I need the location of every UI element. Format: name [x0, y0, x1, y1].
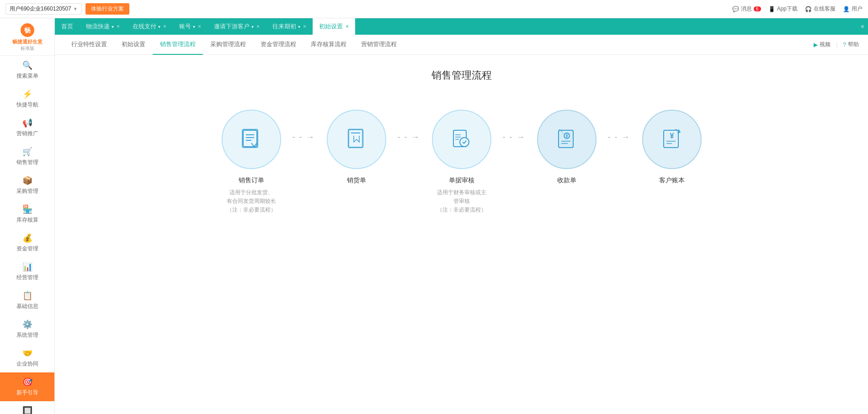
- nav-tabs-bar: 首页 物流快递 ▾ × 在线支付 ▾ × 账号 ▾ × 邀请下游客户 ▾ ×: [55, 18, 868, 35]
- sidebar-item-newguide[interactable]: 🎯 新手引导: [0, 372, 54, 401]
- nav-tab-logistics[interactable]: 物流快递 ▾ ×: [80, 18, 126, 35]
- flow-circle-audit[interactable]: [432, 110, 491, 169]
- marketing-icon: 📢: [22, 118, 32, 128]
- main-layout: 畅 畅捷通好生意 标准版 🔍 搜索菜单 ⚡ 快捷导航 📢 营销推广 🛒 销售管理…: [0, 18, 868, 414]
- video-label: 视频: [820, 41, 831, 48]
- downstream-close-icon[interactable]: ×: [256, 23, 260, 30]
- flow-circle-customer-ledger[interactable]: ¥: [642, 110, 702, 169]
- sidebar-item-purchase[interactable]: 📦 采购管理: [0, 171, 54, 200]
- nav-tab-home[interactable]: 首页: [55, 18, 80, 35]
- message-icon: 💬: [732, 6, 739, 12]
- sidebar-label-operations: 经营管理: [16, 274, 38, 281]
- sidebar-item-collab[interactable]: 🤝 企业协同: [0, 344, 54, 372]
- period-dropdown-icon: ▾: [298, 24, 300, 29]
- sidebar-label-sales: 销售管理: [16, 159, 38, 166]
- collab-icon: 🤝: [22, 348, 32, 358]
- help-button[interactable]: ? 帮助: [843, 41, 859, 48]
- sidebar-item-appcenter[interactable]: 🔲 应用中心: [0, 401, 54, 414]
- sidebar-label-search: 搜索菜单: [16, 72, 38, 80]
- sidebar-item-quicknav[interactable]: ⚡ 快捷导航: [0, 85, 54, 113]
- system-icon: ⚙️: [22, 319, 32, 329]
- flow-item-sales-order: 销售订单 适用于分批发货、有合同发货周期较长（注：非必要流程）: [210, 110, 293, 215]
- nav-tab-period[interactable]: 往来期初 ▾ ×: [266, 18, 313, 35]
- flow-desc-sales-order: 适用于分批发货、有合同发货周期较长（注：非必要流程）: [227, 188, 276, 215]
- video-help-button[interactable]: ▶ 视频: [814, 41, 831, 48]
- init-close-icon[interactable]: ×: [346, 23, 349, 30]
- user-avatar-button[interactable]: 👤 用户: [843, 5, 863, 13]
- sidebar-item-sales[interactable]: 🛒 销售管理: [0, 142, 54, 171]
- account-dropdown-icon: ▾: [193, 24, 195, 29]
- purchase-icon: 📦: [22, 175, 32, 186]
- logistics-dropdown-icon: ▾: [112, 24, 114, 29]
- nav-tab-init[interactable]: 初始设置 ×: [313, 18, 355, 35]
- svg-rect-7: [348, 129, 363, 148]
- sidebar-label-marketing: 营销推广: [16, 130, 38, 138]
- arrow-dots-4: - - →: [608, 133, 631, 142]
- nav-tab-period-label: 往来期初: [272, 22, 296, 31]
- sub-tab-sales-flow[interactable]: 销售管理流程: [153, 35, 203, 55]
- top-bar-right: 💬 消息 6 📱 App下载 🎧 在线客服 👤 用户: [732, 5, 863, 13]
- arrow-dots-1: - - →: [293, 133, 315, 142]
- sidebar-item-inventory[interactable]: 🏪 库存核算: [0, 200, 54, 228]
- period-close-icon[interactable]: ×: [303, 23, 306, 30]
- arrow-dots-2: - - →: [398, 133, 421, 142]
- sidebar-item-search[interactable]: 🔍 搜索菜单: [0, 56, 54, 85]
- app-download-button[interactable]: 📱 App下载: [768, 5, 798, 13]
- sub-tab-industry[interactable]: 行业特性设置: [64, 35, 114, 55]
- online-service-button[interactable]: 🎧 在线客服: [805, 5, 836, 13]
- top-bar-left: 用户690企业1660120507 ▼ 体验行业方案: [5, 3, 129, 15]
- message-button[interactable]: 💬 消息 6: [732, 5, 761, 13]
- page-title: 销售管理流程: [64, 69, 859, 82]
- help-icon: ?: [843, 42, 846, 48]
- nav-tab-account[interactable]: 账号 ▾ ×: [173, 18, 208, 35]
- sub-tab-marketing-flow[interactable]: 营销管理流程: [354, 35, 404, 55]
- svg-text:¥: ¥: [670, 132, 674, 140]
- sidebar-item-system[interactable]: ⚙️ 系统管理: [0, 315, 54, 344]
- search-icon: 🔍: [22, 60, 32, 70]
- sub-tab-purchase-flow[interactable]: 采购管理流程: [203, 35, 253, 55]
- sidebar-item-basicinfo[interactable]: 📋 基础信息: [0, 286, 54, 315]
- nav-tab-account-label: 账号: [179, 22, 191, 31]
- account-close-icon[interactable]: ×: [198, 23, 201, 30]
- sidebar-item-finance[interactable]: 💰 资金管理: [0, 228, 54, 257]
- message-badge: 6: [754, 6, 761, 11]
- flow-circle-sales-order[interactable]: [222, 110, 281, 169]
- flow-circle-sales-delivery[interactable]: [327, 110, 386, 169]
- sub-tab-sales-flow-label: 销售管理流程: [160, 40, 196, 48]
- sidebar-item-operations[interactable]: 📊 经营管理: [0, 257, 54, 286]
- close-all-tabs-button[interactable]: ×: [861, 23, 864, 30]
- nav-tab-downstream-label: 邀请下游客户: [214, 22, 250, 31]
- flow-item-audit: 单据审核 适用于财务审核或主管审核（注：非必要流程）: [421, 110, 503, 215]
- nav-tab-downstream[interactable]: 邀请下游客户 ▾ ×: [208, 18, 266, 35]
- flow-title-customer-ledger: 客户账本: [659, 176, 685, 185]
- sub-tab-inventory-flow[interactable]: 库存核算流程: [304, 35, 354, 55]
- quicknav-icon: ⚡: [22, 89, 32, 99]
- payment-dropdown-icon: ▾: [158, 24, 160, 29]
- flow-title-sales-order: 销售订单: [239, 176, 264, 185]
- sub-tab-finance-flow[interactable]: 资金管理流程: [253, 35, 304, 55]
- flow-diagram: 销售订单 适用于分批发货、有合同发货周期较长（注：非必要流程） - - →: [64, 110, 859, 215]
- sidebar-label-basicinfo: 基础信息: [16, 303, 38, 310]
- trial-button[interactable]: 体验行业方案: [85, 3, 129, 15]
- sidebar: 畅 畅捷通好生意 标准版 🔍 搜索菜单 ⚡ 快捷导航 📢 营销推广 🛒 销售管理…: [0, 18, 55, 414]
- nav-tab-init-label: 初始设置: [319, 22, 343, 31]
- flow-item-customer-ledger: ¥ 客户账本: [631, 110, 713, 188]
- sub-tab-init[interactable]: 初始设置: [114, 35, 153, 55]
- sidebar-label-quicknav: 快捷导航: [16, 101, 38, 109]
- logistics-close-icon[interactable]: ×: [117, 23, 120, 30]
- sub-tabs-right: ▶ 视频 | ? 帮助: [814, 41, 859, 48]
- nav-tab-home-label: 首页: [61, 22, 73, 31]
- flow-title-audit: 单据审核: [449, 176, 474, 185]
- top-bar: 用户690企业1660120507 ▼ 体验行业方案 💬 消息 6 📱 App下…: [0, 0, 868, 18]
- appcenter-icon: 🔲: [22, 406, 32, 414]
- sidebar-label-collab: 企业协同: [16, 360, 38, 368]
- sub-tab-finance-flow-label: 资金管理流程: [261, 40, 296, 48]
- nav-tab-payment[interactable]: 在线支付 ▾ ×: [126, 18, 173, 35]
- flow-circle-receipt[interactable]: ¥: [537, 110, 596, 169]
- sidebar-item-marketing[interactable]: 📢 营销推广: [0, 113, 54, 142]
- payment-close-icon[interactable]: ×: [163, 23, 166, 30]
- service-label: 在线客服: [814, 5, 836, 13]
- user-selector[interactable]: 用户690企业1660120507 ▼: [5, 3, 82, 15]
- flow-arrow-4: - - →: [608, 110, 631, 142]
- sidebar-label-inventory: 库存核算: [16, 216, 38, 224]
